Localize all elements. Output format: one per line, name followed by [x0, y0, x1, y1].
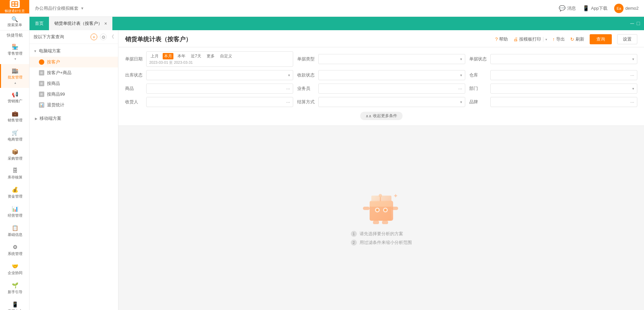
- collapse-scheme-button[interactable]: 《: [109, 34, 114, 40]
- scheme-item-return-stats[interactable]: 📊 退货统计: [30, 100, 118, 110]
- sales-icon: 💼: [12, 110, 18, 117]
- sidebar-item-marketing[interactable]: 📢 营销推广: [0, 88, 29, 107]
- date-control[interactable]: 上月 本月 本年 近7天 更多 自定义 2023-03-01 至 2023-03…: [146, 51, 293, 67]
- sidebar-logo[interactable]: 畅捷通好生意: [0, 0, 29, 13]
- sidebar-item-appcenter[interactable]: 📱 应用中心: [0, 298, 29, 310]
- filter-row-3: 商品 ··· 业务员 ··· 部门: [125, 84, 637, 94]
- tab-home[interactable]: 首页: [30, 17, 49, 30]
- app-download-button[interactable]: 📱 App下载: [583, 5, 607, 11]
- settlement-label: 结算方式: [297, 99, 316, 105]
- refresh-button[interactable]: ↻ 刷新: [570, 36, 584, 42]
- print-icon: 🖨: [513, 37, 518, 42]
- order-status-select[interactable]: ▾: [490, 54, 637, 64]
- sidebar-item-wholesale[interactable]: 🏬 批发管理 ▴: [0, 64, 29, 88]
- user-profile[interactable]: Ea demo2: [614, 4, 639, 13]
- svg-point-9: [376, 209, 379, 211]
- scheme-item-by-product[interactable]: ⊞ 按商品: [30, 78, 118, 89]
- sidebar-item-newbie[interactable]: 🌱 新手引导: [0, 279, 29, 298]
- salesperson-dots-button[interactable]: ···: [458, 86, 462, 91]
- settings-scheme-button[interactable]: ⊙: [100, 34, 107, 40]
- mobile-group-arrow: ▶: [35, 117, 38, 120]
- scheme-header-actions: + ⊙ 《: [91, 34, 114, 40]
- date-tab-more[interactable]: 更多: [205, 53, 216, 59]
- receiver-dots-button[interactable]: ···: [286, 99, 290, 105]
- scheme-item-by-customer[interactable]: 按客户: [30, 57, 118, 67]
- scheme-item-customer-product[interactable]: ⊞ 按客户+商品: [30, 67, 118, 78]
- out-status-select[interactable]: ▾: [146, 70, 293, 80]
- product-dots-button[interactable]: ···: [286, 86, 290, 91]
- collapse-button[interactable]: ∧∧ 收起更多条件: [360, 112, 402, 120]
- group-arrow-down: ▼: [34, 49, 37, 53]
- out-status-arrow: ▾: [288, 73, 290, 78]
- filter-result-panel: 销货单统计表（按客户） ? 帮助 🖨 按模板打印 ▾ ↑ 导出: [118, 30, 644, 310]
- help-icon: ?: [495, 37, 498, 42]
- sidebar-item-purchase[interactable]: 📦 采购管理: [0, 145, 29, 164]
- scheme-panel: 按以下方案查询 + ⊙ 《 ▼ 电脑端方案: [30, 30, 118, 310]
- date-tab-lastmonth[interactable]: 上月: [149, 53, 160, 59]
- message-button[interactable]: 💬 消息: [559, 5, 576, 11]
- newbie-icon: 🌱: [12, 282, 18, 289]
- active-tab-label: 销货单统计表（按客户）: [54, 20, 102, 27]
- svg-rect-1: [12, 2, 14, 4]
- svg-rect-4: [15, 4, 17, 6]
- add-scheme-button[interactable]: +: [91, 34, 97, 40]
- logo-text: 畅捷通好生意: [5, 9, 25, 13]
- top-header: 办公用品行业模拟账套 ▾ 💬 消息 📱 App下载 Ea demo2: [30, 0, 644, 17]
- sidebar-search[interactable]: 🔍 搜索菜单: [0, 13, 29, 31]
- brand-dots-button[interactable]: ···: [630, 99, 634, 105]
- sidebar-item-finance[interactable]: 💰 资金管理: [0, 183, 29, 202]
- product-control: ···: [146, 84, 293, 94]
- sidebar-item-sales[interactable]: 💼 销售管理: [0, 107, 29, 126]
- settlement-select[interactable]: ▾: [318, 97, 465, 107]
- department-select[interactable]: ▾: [490, 84, 637, 94]
- brand-control: ···: [490, 97, 637, 107]
- ecommerce-icon: 🛒: [12, 130, 18, 136]
- receiver-label: 收货人: [125, 99, 144, 105]
- header-right: 💬 消息 📱 App下载 Ea demo2: [559, 4, 639, 13]
- svg-rect-3: [12, 4, 14, 6]
- maximize-button[interactable]: □: [637, 20, 640, 27]
- collapse-row: ∧∧ 收起更多条件: [125, 110, 637, 121]
- minimize-button[interactable]: ─: [630, 20, 634, 27]
- svg-rect-13: [363, 207, 370, 210]
- filter-row-4: 收货人 ··· 结算方式 ▾ 品牌: [125, 97, 637, 107]
- date-tab-7days[interactable]: 近7天: [190, 53, 203, 59]
- filter-salesperson-field: 业务员 ···: [297, 84, 465, 94]
- sidebar-item-ecommerce[interactable]: 🛒 电商管理: [0, 126, 29, 145]
- template-print-button[interactable]: 🖨 按模板打印 ▾: [513, 36, 547, 42]
- sidebar-item-system[interactable]: ⚙ 系统管理: [0, 241, 29, 260]
- export-icon: ↑: [552, 37, 555, 42]
- header-left: 办公用品行业模拟账套 ▾: [35, 5, 84, 11]
- export-button[interactable]: ↑ 导出: [552, 36, 565, 42]
- order-type-arrow: ▾: [460, 57, 462, 61]
- order-type-label: 单据类型: [297, 56, 316, 62]
- date-label: 单据日期: [125, 56, 144, 62]
- query-button[interactable]: 查询: [590, 34, 612, 44]
- sidebar-item-enterprise[interactable]: 🤝 企业协同: [0, 260, 29, 279]
- order-type-select[interactable]: ▾: [318, 54, 465, 64]
- scheme-item-product-99[interactable]: ⊞ 按商品99: [30, 89, 118, 100]
- filter-receiver-field: 收货人 ···: [125, 97, 293, 107]
- help-button[interactable]: ? 帮助: [495, 36, 508, 42]
- sidebar-item-inventory[interactable]: 🗄 库存核算: [0, 164, 29, 183]
- department-arrow: ▾: [632, 87, 634, 91]
- home-tab-label: 首页: [35, 20, 44, 27]
- sidebar-item-basics[interactable]: 📋 基础信息: [0, 221, 29, 241]
- scheme-group-desktop[interactable]: ▼ 电脑端方案: [30, 45, 118, 57]
- date-tab-custom[interactable]: 自定义: [219, 53, 233, 59]
- sidebar-item-retail[interactable]: 🏪 零售管理 ▾: [0, 40, 29, 64]
- warehouse-dots-button[interactable]: ···: [630, 72, 634, 78]
- purchase-icon: 📦: [12, 149, 18, 155]
- sidebar-item-operations[interactable]: 📊 经营管理: [0, 202, 29, 221]
- date-tab-thismonth[interactable]: 本月: [163, 53, 173, 59]
- sidebar-quicknav[interactable]: 快捷导航: [0, 31, 29, 40]
- breadcrumb-arrow[interactable]: ▾: [81, 6, 84, 11]
- filter-product-field: 商品 ···: [125, 84, 293, 94]
- receipt-status-select[interactable]: ▾: [318, 70, 465, 80]
- scheme-group-mobile[interactable]: ▶ 移动端方案: [30, 113, 118, 124]
- date-tab-thisyear[interactable]: 本年: [176, 53, 187, 59]
- tab-close-button[interactable]: ×: [104, 21, 107, 26]
- settings-button[interactable]: 设置: [617, 34, 637, 44]
- filter-area: 单据日期 上月 本月 本年 近7天 更多 自定义: [118, 47, 644, 126]
- tab-active[interactable]: 销货单统计表（按客户） ×: [49, 17, 112, 30]
